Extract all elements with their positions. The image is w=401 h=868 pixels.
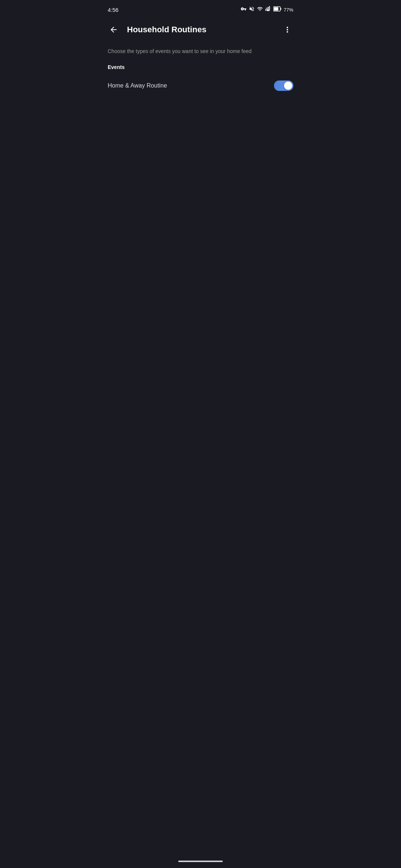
page-subtitle: Choose the types of events you want to s… — [108, 47, 293, 55]
home-away-routine-toggle[interactable] — [274, 80, 293, 91]
svg-rect-6 — [280, 8, 281, 10]
vpn-key-icon — [241, 6, 247, 13]
back-button[interactable] — [106, 22, 121, 37]
status-time: 4:56 — [108, 7, 118, 13]
events-section-header: Events — [108, 64, 293, 70]
wifi-icon — [257, 6, 263, 13]
home-away-routine-row: Home & Away Routine — [108, 76, 293, 95]
battery-percent: 77% — [284, 7, 293, 13]
toggle-thumb — [284, 82, 292, 90]
home-away-routine-label: Home & Away Routine — [108, 82, 167, 89]
more-vert-icon — [283, 25, 292, 34]
svg-rect-0 — [269, 6, 270, 11]
status-icons: 77% — [241, 6, 293, 13]
main-content: Choose the types of events you want to s… — [100, 42, 301, 101]
svg-rect-5 — [274, 7, 278, 11]
toolbar: Household Routines — [100, 18, 301, 42]
svg-rect-3 — [265, 9, 266, 11]
home-indicator — [178, 861, 223, 862]
toggle-track[interactable] — [274, 80, 293, 91]
back-arrow-icon — [109, 25, 118, 34]
page-title: Household Routines — [127, 25, 274, 34]
status-bar: 4:56 — [100, 0, 301, 18]
more-options-button[interactable] — [280, 22, 295, 37]
svg-rect-2 — [267, 8, 267, 11]
battery-icon — [273, 6, 281, 13]
mute-icon — [249, 6, 255, 13]
signal-icon — [265, 6, 271, 13]
svg-rect-1 — [268, 7, 268, 11]
